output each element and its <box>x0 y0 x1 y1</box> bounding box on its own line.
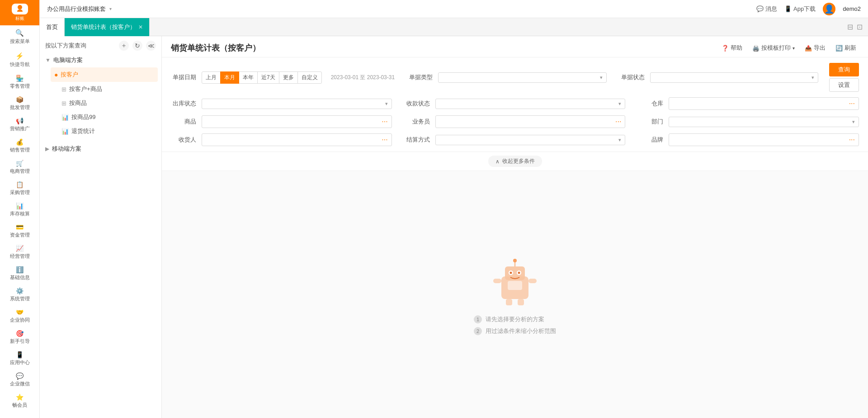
hint-text-2: 用过滤条件来缩小分析范围 <box>486 327 556 335</box>
scheme-by-goods99[interactable]: 📊 按商品99 <box>58 110 158 124</box>
sidebar-item-vip[interactable]: ⭐ 畅会员 <box>0 390 39 412</box>
vip-icon: ⭐ <box>16 394 24 401</box>
sidebar-item-ecommerce[interactable]: 🛒 电商管理 <box>0 157 39 178</box>
message-button[interactable]: 💬 消息 <box>756 5 777 13</box>
date-btn-more[interactable]: 更多 <box>279 71 298 84</box>
print-icon: 🖨️ <box>752 45 760 52</box>
sidebar-item-new-guide[interactable]: 🎯 新手引导 <box>0 327 39 348</box>
sidebar-item-operations[interactable]: 📈 经营管理 <box>0 242 39 263</box>
goods-input[interactable]: ··· <box>202 115 392 128</box>
brand-more-icon[interactable]: ··· <box>849 136 855 144</box>
sidebar: 标账 🔍 搜索菜单 ⚡ 快捷导航 🏪 零售管理 📦 批发管理 📢 营销推广 💰 … <box>0 0 40 418</box>
page-header-actions: ❓ 帮助 🖨️ 按模板打印 ▾ 📤 导出 🔄 刷新 <box>719 43 859 53</box>
right-panel: 销货单统计表（按客户） ❓ 帮助 🖨️ 按模板打印 ▾ 📤 导出 <box>162 36 868 418</box>
ecommerce-icon: 🛒 <box>16 160 24 167</box>
operations-icon: 📈 <box>16 245 24 252</box>
sidebar-item-inventory[interactable]: 📊 库存核算 <box>0 199 39 220</box>
print-button[interactable]: 🖨️ 按模板打印 ▾ <box>750 43 797 53</box>
refresh-button[interactable]: 🔄 刷新 <box>833 43 859 53</box>
add-scheme-button[interactable]: ＋ <box>119 41 129 51</box>
maximize-icon[interactable]: ⊡ <box>857 23 863 31</box>
sidebar-item-label: 销售管理 <box>10 147 30 153</box>
user-avatar[interactable]: 👤 <box>823 3 835 15</box>
filter-row-1: 单据日期 上月 本月 本年 近7天 更多 自定义 2023-03-01 至 20… <box>171 63 859 92</box>
sidebar-item-basic-info[interactable]: ℹ️ 基础信息 <box>0 263 39 284</box>
sidebar-item-purchase[interactable]: 📋 采购管理 <box>0 178 39 199</box>
date-btn-last-month[interactable]: 上月 <box>202 71 221 84</box>
scheme-by-customer[interactable]: ● 按客户 <box>51 67 158 82</box>
collapse-bar-inner[interactable]: ∧ 收起更多条件 <box>488 156 542 167</box>
tab-home-label: 首页 <box>46 23 58 31</box>
settings-button[interactable]: 设置 <box>829 78 859 92</box>
enterprise-icon: 🤝 <box>16 309 24 316</box>
sidebar-item-label: 畅会员 <box>12 402 27 408</box>
date-btn-custom[interactable]: 自定义 <box>297 71 322 84</box>
refresh-scheme-button[interactable]: ↻ <box>132 41 142 51</box>
warehouse-more-icon[interactable]: ··· <box>849 100 855 108</box>
department-select[interactable]: ▾ <box>669 117 859 127</box>
sidebar-item-label: 搜索菜单 <box>10 38 30 45</box>
tab-restore-area: ⊟ ⊡ <box>842 23 868 31</box>
receiver-more-icon[interactable]: ··· <box>382 136 387 144</box>
sidebar-item-finance[interactable]: 💳 资金管理 <box>0 220 39 242</box>
collapse-panel-button[interactable]: ≪ <box>146 41 156 51</box>
tab-home[interactable]: 首页 <box>40 18 65 36</box>
svg-point-8 <box>513 259 517 262</box>
scheme-return-stats[interactable]: 📊 退货统计 <box>58 124 158 138</box>
export-icon: 📤 <box>805 45 812 52</box>
sidebar-item-label: 资金管理 <box>10 232 30 238</box>
title-dropdown-icon[interactable]: ▾ <box>109 6 112 11</box>
mobile-scheme-section[interactable]: ▶ 移动端方案 <box>40 142 161 156</box>
sidebar-item-quick-nav[interactable]: ⚡ 快捷导航 <box>0 48 39 71</box>
sidebar-item-app-center[interactable]: 📱 应用中心 <box>0 348 39 369</box>
app-logo[interactable]: 标账 <box>0 0 39 25</box>
scheme-by-customer-goods[interactable]: ⊞ 按客户+商品 <box>58 82 158 96</box>
chart-icon-1: 📊 <box>61 114 69 121</box>
svg-rect-10 <box>528 279 537 283</box>
svg-rect-9 <box>493 279 501 283</box>
order-type-dropdown-icon: ▾ <box>600 75 603 81</box>
pay-status-select[interactable]: ▾ <box>435 99 626 109</box>
purchase-icon: 📋 <box>16 181 24 188</box>
warehouse-input[interactable]: ··· <box>669 97 859 110</box>
username[interactable]: demo2 <box>843 5 861 12</box>
query-button[interactable]: 查询 <box>829 63 859 76</box>
download-icon: 📱 <box>784 5 792 12</box>
settlement-select[interactable]: ▾ <box>435 135 626 145</box>
sidebar-item-search-menu[interactable]: 🔍 搜索菜单 <box>0 25 39 48</box>
date-range-display: 2023-03-01 至 2023-03-31 <box>331 74 395 81</box>
sidebar-item-system[interactable]: ⚙️ 系统管理 <box>0 284 39 305</box>
sidebar-item-wholesale[interactable]: 📦 批发管理 <box>0 93 39 114</box>
minimize-icon[interactable]: ⊟ <box>847 23 853 31</box>
sidebar-item-retail[interactable]: 🏪 零售管理 <box>0 71 39 93</box>
sidebar-item-marketing[interactable]: 📢 营销推广 <box>0 114 39 135</box>
sidebar-item-enterprise-wechat[interactable]: 💬 企业微信 <box>0 369 39 390</box>
header-right: 💬 消息 📱 App下载 👤 demo2 <box>756 3 861 15</box>
hint-num-2: 2 <box>474 327 482 335</box>
order-type-select[interactable]: ▾ <box>438 72 606 83</box>
app-download-button[interactable]: 📱 App下载 <box>784 5 816 13</box>
desktop-scheme-label: 电脑端方案 <box>53 56 83 64</box>
desktop-scheme-parent[interactable]: ▼ 电脑端方案 <box>40 53 161 67</box>
date-btn-this-year[interactable]: 本年 <box>239 71 258 84</box>
warehouse-label: 仓库 <box>638 100 663 108</box>
salesperson-input[interactable]: ··· <box>435 115 626 128</box>
export-button[interactable]: 📤 导出 <box>802 43 828 53</box>
sidebar-item-enterprise[interactable]: 🤝 企业协同 <box>0 305 39 327</box>
date-btn-last7days[interactable]: 近7天 <box>257 71 279 84</box>
brand-input[interactable]: ··· <box>669 133 859 146</box>
help-button[interactable]: ❓ 帮助 <box>719 43 745 53</box>
salesperson-more-icon[interactable]: ··· <box>615 118 621 126</box>
sidebar-item-sales[interactable]: 💰 销售管理 <box>0 135 39 157</box>
collapse-bar[interactable]: ∧ 收起更多条件 <box>162 152 868 171</box>
scheme-by-goods[interactable]: ⊞ 按商品 <box>58 96 158 110</box>
date-btn-this-month[interactable]: 本月 <box>220 71 239 84</box>
goods-more-icon[interactable]: ··· <box>382 118 387 126</box>
tab-close-icon[interactable]: ✕ <box>138 24 143 30</box>
order-status-select[interactable]: ▾ <box>650 72 818 83</box>
scheme-subchildren: ⊞ 按客户+商品 ⊞ 按商品 📊 按商品99 📊 <box>47 82 161 138</box>
scheme-by-customer-goods-label: 按客户+商品 <box>69 85 102 93</box>
out-status-select[interactable]: ▾ <box>202 99 392 109</box>
tab-sales-stats[interactable]: 销货单统计表（按客户） ✕ <box>65 18 150 36</box>
receiver-input[interactable]: ··· <box>202 133 392 146</box>
